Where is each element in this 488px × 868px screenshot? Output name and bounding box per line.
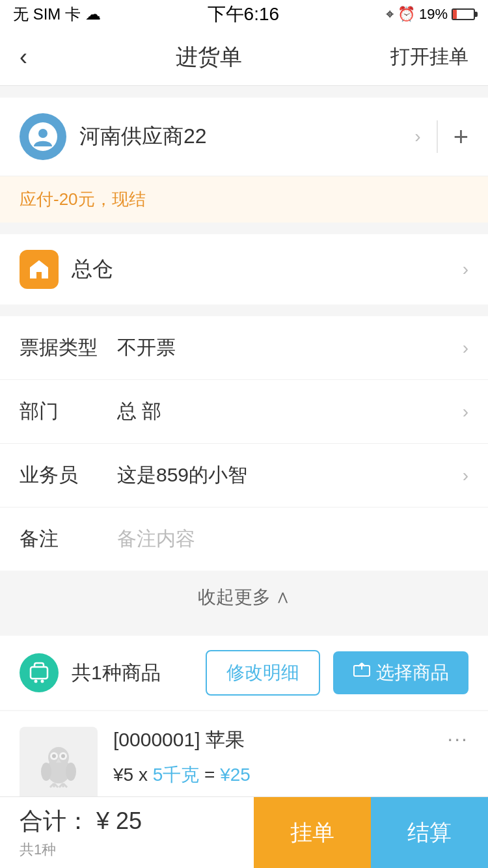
checkout-button[interactable]: 结算 [371, 797, 488, 869]
svg-point-12 [52, 754, 56, 758]
divider-3 [0, 624, 488, 636]
avatar-icon [29, 122, 57, 151]
warehouse-chevron-icon: › [463, 259, 468, 280]
ticket-type-label: 票据类型 [20, 334, 111, 361]
total-count: 共1种 [20, 840, 234, 860]
supplier-row[interactable]: 河南供应商22 › + [0, 98, 488, 176]
total-section: 合计： ¥ 25 共1种 [0, 806, 254, 860]
bottom-bar: 合计： ¥ 25 共1种 挂单 结算 [0, 796, 488, 868]
goods-count: 共1种商品 [72, 660, 193, 686]
notice-bar: 应付-20元，现结 [0, 176, 488, 223]
unit-price: ¥5 [113, 765, 133, 785]
collapse-label: 收起更多 ∧ [198, 585, 291, 610]
select-goods-button[interactable]: 选择商品 [333, 651, 468, 694]
total-amount: 合计： ¥ 25 [20, 806, 234, 837]
svg-point-3 [41, 680, 44, 683]
svg-point-0 [38, 129, 47, 138]
svg-point-15 [41, 763, 51, 781]
status-right: ⌖ ⏰ 19% [386, 6, 475, 23]
person-icon [31, 125, 55, 148]
add-supplier-button[interactable]: + [454, 122, 468, 152]
goods-header: 共1种商品 修改明细 选择商品 [0, 636, 488, 710]
supplier-chevron-icon: › [414, 126, 420, 147]
warehouse-section[interactable]: 总仓 › [0, 234, 488, 305]
salesman-chevron-icon: › [463, 465, 468, 486]
divider-1 [0, 223, 488, 234]
product-name: [0000001] 苹果 [113, 727, 431, 753]
divider-2 [0, 305, 488, 316]
supplier-avatar [20, 113, 66, 160]
goods-icon [20, 653, 59, 692]
supplier-name: 河南供应商22 [79, 122, 414, 151]
total-label: 合计： [20, 807, 90, 834]
remark-row[interactable]: 备注 备注内容 [0, 508, 488, 571]
status-bar: 无 SIM 卡 ☁ 下午6:16 ⌖ ⏰ 19% [0, 0, 488, 29]
status-left: 无 SIM 卡 ☁ [13, 4, 101, 25]
page-title: 进货单 [176, 42, 242, 72]
salesman-value: 这是859的小智 [111, 462, 463, 489]
supplier-section: 河南供应商22 › + 应付-20元，现结 [0, 98, 488, 223]
product-price: ¥5 x 5千克 = ¥25 [113, 763, 431, 787]
dept-label: 部门 [20, 398, 111, 425]
divider-top [0, 86, 488, 98]
alarm-icon: ⏰ [398, 6, 415, 23]
dept-row[interactable]: 部门 总 部 › [0, 380, 488, 444]
form-section: 票据类型 不开票 › 部门 总 部 › 业务员 这是859的小智 › 备注 备注… [0, 316, 488, 571]
svg-rect-1 [31, 667, 47, 679]
status-time: 下午6:16 [208, 2, 280, 27]
dept-value: 总 部 [111, 398, 463, 425]
product-image-placeholder [36, 743, 81, 789]
battery-label: 19% [419, 6, 448, 23]
back-button[interactable]: ‹ [20, 44, 27, 71]
ticket-type-chevron-icon: › [463, 338, 468, 359]
sim-label: 无 SIM 卡 ☁ [13, 4, 101, 25]
suspend-button[interactable]: 挂单 [254, 797, 371, 869]
remark-label: 备注 [20, 526, 111, 552]
salesman-label: 业务员 [20, 462, 111, 489]
warehouse-icon [20, 250, 59, 289]
product-title: 苹果 [206, 729, 245, 750]
warehouse-row[interactable]: 总仓 › [0, 234, 488, 305]
total-value: ¥ 25 [96, 807, 142, 834]
select-goods-label: 选择商品 [376, 660, 449, 685]
supplier-divider [437, 120, 438, 153]
product-code: [0000001] [113, 729, 200, 750]
open-pending-button[interactable]: 打开挂单 [390, 44, 468, 70]
svg-point-2 [34, 680, 38, 683]
product-qty: 5千克 [153, 765, 200, 785]
collapse-row[interactable]: 收起更多 ∧ [0, 571, 488, 624]
edit-detail-button[interactable]: 修改明细 [206, 650, 320, 696]
ticket-type-value: 不开票 [111, 334, 463, 361]
remark-placeholder[interactable]: 备注内容 [111, 526, 468, 552]
battery-icon [452, 8, 475, 20]
product-menu-button[interactable]: ··· [447, 727, 468, 751]
cart-icon [28, 662, 50, 684]
home-icon [28, 258, 50, 280]
dept-chevron-icon: › [463, 401, 468, 422]
product-thumbnail [20, 727, 98, 805]
salesman-row[interactable]: 业务员 这是859的小智 › [0, 444, 488, 508]
warehouse-name: 总仓 [72, 255, 463, 284]
location-icon: ⌖ [386, 6, 394, 23]
select-icon [353, 662, 371, 685]
ticket-type-row[interactable]: 票据类型 不开票 › [0, 316, 488, 380]
svg-point-16 [66, 763, 76, 781]
svg-point-13 [61, 754, 65, 758]
product-subtotal: ¥25 [220, 765, 251, 785]
product-info: [0000001] 苹果 ¥5 x 5千克 = ¥25 [113, 727, 431, 787]
nav-bar: ‹ 进货单 打开挂单 [0, 29, 488, 86]
